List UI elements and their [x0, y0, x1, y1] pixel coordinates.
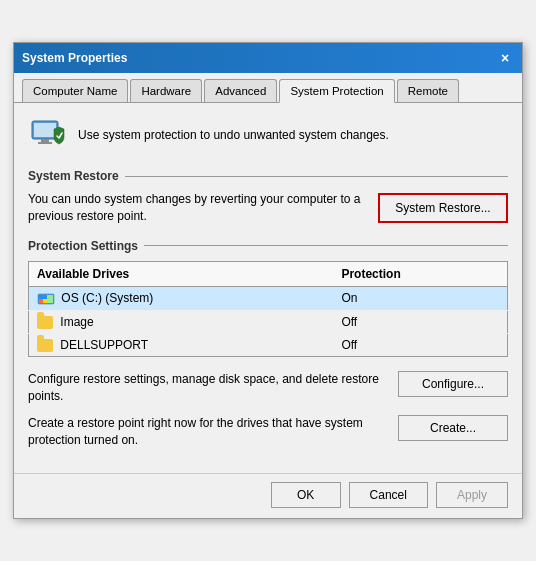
create-description: Create a restore point right now for the… — [28, 415, 388, 449]
col-drives-header: Available Drives — [29, 261, 334, 286]
svg-rect-8 — [47, 295, 53, 303]
system-protection-icon — [28, 115, 68, 155]
ok-button[interactable]: OK — [271, 482, 341, 508]
svg-rect-7 — [43, 299, 47, 303]
window-title: System Properties — [22, 51, 127, 65]
table-row[interactable]: DELLSUPPORT Off — [29, 334, 508, 357]
tab-bar: Computer Name Hardware Advanced System P… — [14, 73, 522, 103]
svg-rect-5 — [39, 295, 47, 299]
tab-computer-name[interactable]: Computer Name — [22, 79, 128, 102]
configure-row: Configure restore settings, manage disk … — [28, 371, 508, 405]
drive-name-cell: Image — [29, 310, 334, 333]
svg-rect-3 — [38, 142, 52, 144]
system-restore-button[interactable]: System Restore... — [378, 193, 508, 223]
system-restore-title: System Restore — [28, 169, 508, 183]
system-restore-row: You can undo system changes by reverting… — [28, 191, 508, 225]
create-row: Create a restore point right now for the… — [28, 415, 508, 449]
system-properties-window: System Properties × Computer Name Hardwa… — [13, 42, 523, 518]
table-row[interactable]: OS (C:) (System) On — [29, 286, 508, 310]
protection-settings-section: Protection Settings Available Drives Pro… — [28, 239, 508, 357]
drive-name-cell: OS (C:) (System) — [29, 286, 334, 310]
dialog-buttons: OK Cancel Apply — [14, 473, 522, 518]
header-text: Use system protection to undo unwanted s… — [78, 127, 389, 144]
system-restore-description: You can undo system changes by reverting… — [28, 191, 368, 225]
drive-name-cell: DELLSUPPORT — [29, 334, 334, 357]
tab-hardware[interactable]: Hardware — [130, 79, 202, 102]
os-drive-icon — [37, 291, 61, 305]
cancel-button[interactable]: Cancel — [349, 482, 428, 508]
folder-icon — [37, 316, 53, 329]
drive-os-protection: On — [333, 286, 507, 310]
tab-advanced[interactable]: Advanced — [204, 79, 277, 102]
configure-button[interactable]: Configure... — [398, 371, 508, 397]
header-section: Use system protection to undo unwanted s… — [28, 115, 508, 155]
protection-settings-title: Protection Settings — [28, 239, 508, 253]
tab-remote[interactable]: Remote — [397, 79, 459, 102]
tab-content: Use system protection to undo unwanted s… — [14, 103, 522, 468]
drive-image-protection: Off — [333, 310, 507, 333]
title-bar: System Properties × — [14, 43, 522, 73]
tab-system-protection[interactable]: System Protection — [279, 79, 394, 103]
drive-dellsupport-name: DELLSUPPORT — [60, 338, 148, 352]
create-button[interactable]: Create... — [398, 415, 508, 441]
table-row[interactable]: Image Off — [29, 310, 508, 333]
svg-rect-1 — [34, 123, 56, 137]
apply-button[interactable]: Apply — [436, 482, 508, 508]
header-svg-icon — [28, 115, 68, 155]
svg-rect-6 — [39, 299, 43, 303]
col-protection-header: Protection — [333, 261, 507, 286]
system-restore-section: System Restore You can undo system chang… — [28, 169, 508, 225]
drive-dellsupport-protection: Off — [333, 334, 507, 357]
drives-table: Available Drives Protection — [28, 261, 508, 357]
drive-os-name: OS (C:) (System) — [61, 291, 153, 305]
folder-icon — [37, 339, 53, 352]
drive-image-name: Image — [60, 315, 93, 329]
configure-description: Configure restore settings, manage disk … — [28, 371, 388, 405]
close-button[interactable]: × — [496, 49, 514, 67]
